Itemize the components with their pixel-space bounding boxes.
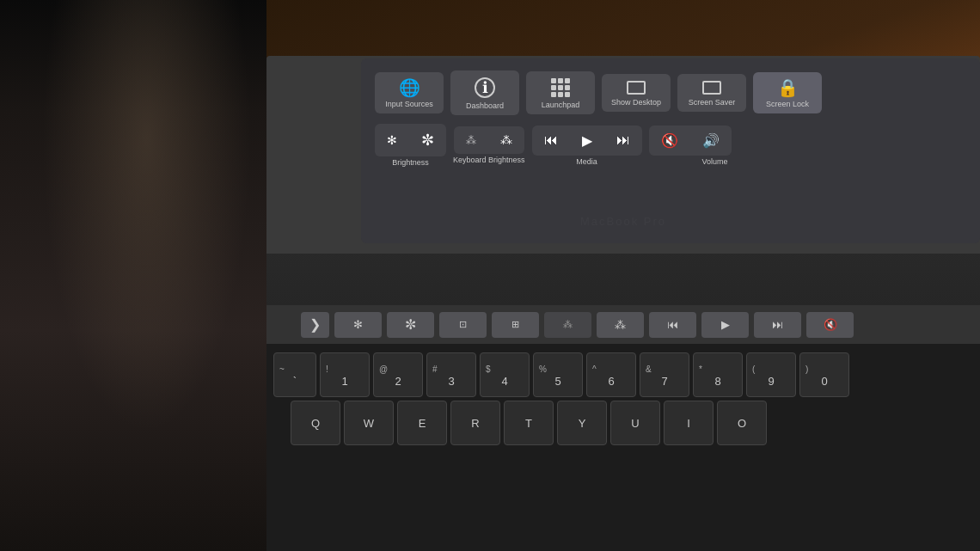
key-r-char: R — [471, 417, 479, 430]
qwerty-row: Q W E R T Y U I O — [273, 401, 973, 445]
mute-button[interactable]: 🔇 — [649, 126, 690, 156]
key-1-top: ! — [321, 362, 328, 374]
keyboard-brightness-up-button[interactable]: ⁂ — [488, 126, 524, 154]
key-t[interactable]: T — [504, 401, 554, 445]
input-sources-label: Input Sources — [385, 100, 433, 108]
key-tilde-top: ~ — [274, 362, 285, 374]
kb-mute-button[interactable]: 🔇 — [806, 312, 854, 338]
media-fastforward-button[interactable]: ⏭ — [604, 126, 642, 156]
input-sources-button[interactable]: 🌐 Input Sources — [375, 72, 444, 113]
keyboard-touchbar-strip: ❯ ✻ ✼ ⊡ ⊞ ⁂ ⁂ ⏮ ▶ ⏭ 🔇 — [266, 305, 980, 344]
key-y[interactable]: Y — [557, 401, 607, 445]
kb-brightness-down-button[interactable]: ✻ — [334, 312, 382, 338]
screen-lock-button[interactable]: 🔒 Screen Lock — [753, 72, 822, 113]
keyboard-brightness-down-button[interactable]: ⁂ — [454, 126, 488, 154]
show-desktop-label: Show Desktop — [611, 98, 661, 107]
key-o-char: O — [738, 417, 746, 430]
key-0[interactable]: ) 0 — [799, 352, 849, 397]
volume-up-icon: 🔊 — [702, 132, 720, 149]
key-r[interactable]: R — [450, 401, 500, 445]
key-8[interactable]: * 8 — [693, 352, 743, 397]
key-e-char: E — [419, 417, 426, 430]
play-icon: ▶ — [582, 132, 592, 149]
mute-icon: 🔇 — [661, 132, 678, 149]
key-4[interactable]: $ 4 — [480, 352, 530, 397]
touchbar-panel: 🌐 Input Sources ℹ Dashboard Launchpad — [361, 58, 980, 243]
key-6-top: ^ — [587, 362, 597, 374]
brightness-down-button[interactable]: ✻ — [375, 124, 409, 156]
brightness-down-icon: ✻ — [387, 133, 397, 147]
keyboard-brightness-label: Keyboard Brightness — [453, 156, 525, 164]
key-i[interactable]: I — [664, 401, 714, 445]
kb-mission-control-button[interactable]: ⊡ — [439, 312, 487, 338]
key-5[interactable]: % 5 — [533, 352, 583, 397]
fastforward-icon: ⏭ — [616, 132, 630, 148]
kb-kbd-brightness-up-button[interactable]: ⁂ — [597, 312, 644, 338]
keyboard-brightness-up-icon: ⁂ — [500, 133, 512, 147]
screen-saver-icon — [702, 81, 721, 95]
screen-saver-button[interactable]: Screen Saver — [677, 74, 746, 112]
key-5-main: 5 — [554, 375, 560, 388]
key-u-char: U — [631, 417, 639, 430]
key-3[interactable]: # 3 — [426, 352, 476, 397]
key-tilde-main: ` — [293, 375, 297, 388]
show-desktop-icon — [627, 81, 646, 95]
volume-up-button[interactable]: 🔊 — [690, 126, 732, 156]
kb-play-button[interactable]: ▶ — [701, 312, 749, 338]
media-play-button[interactable]: ▶ — [570, 126, 604, 156]
kb-kbd-brightness-down-button[interactable]: ⁂ — [544, 312, 591, 338]
person-silhouette — [0, 0, 266, 551]
key-q[interactable]: Q — [291, 401, 340, 445]
brightness-up-icon: ✼ — [421, 131, 434, 150]
key-7-main: 7 — [661, 375, 667, 388]
keyboard-brightness-control: ⁂ ⁂ Keyboard Brightness — [453, 126, 525, 164]
key-4-main: 4 — [501, 375, 507, 388]
touchbar-row-1: 🌐 Input Sources ℹ Dashboard Launchpad — [375, 70, 966, 115]
key-e[interactable]: E — [397, 401, 447, 445]
kb-fastforward-button[interactable]: ⏭ — [754, 312, 801, 338]
brightness-up-button[interactable]: ✼ — [409, 124, 446, 156]
key-w-char: W — [364, 417, 374, 430]
key-t-char: T — [525, 417, 532, 430]
key-7[interactable]: & 7 — [640, 352, 689, 397]
media-buttons: ⏮ ▶ ⏭ — [532, 126, 642, 156]
screen-lock-label: Screen Lock — [766, 100, 809, 108]
key-9-main: 9 — [768, 375, 774, 388]
media-label: Media — [576, 157, 597, 166]
media-control: ⏮ ▶ ⏭ Media — [532, 126, 642, 166]
rewind-icon: ⏮ — [544, 132, 558, 148]
media-rewind-button[interactable]: ⏮ — [532, 126, 570, 156]
key-2-top: @ — [374, 362, 388, 374]
key-6[interactable]: ^ 6 — [586, 352, 636, 397]
kb-launchpad-button[interactable]: ⊞ — [492, 312, 539, 338]
keyboard-brightness-down-icon: ⁂ — [466, 134, 476, 146]
brightness-control: ✻ ✼ Brightness — [375, 124, 446, 167]
dashboard-button[interactable]: ℹ Dashboard — [450, 70, 519, 115]
key-o[interactable]: O — [717, 401, 767, 445]
key-w[interactable]: W — [344, 401, 394, 445]
key-2-main: 2 — [395, 375, 401, 388]
touchbar-chevron-button[interactable]: ❯ — [301, 312, 329, 338]
key-2[interactable]: @ 2 — [373, 352, 423, 397]
show-desktop-button[interactable]: Show Desktop — [602, 74, 671, 112]
key-1[interactable]: ! 1 — [320, 352, 370, 397]
key-9-top: ( — [747, 362, 755, 374]
screen-saver-label: Screen Saver — [689, 98, 736, 107]
key-8-main: 8 — [714, 375, 720, 388]
kb-rewind-button[interactable]: ⏮ — [649, 312, 696, 338]
key-u[interactable]: U — [610, 401, 660, 445]
volume-label: Volume — [702, 157, 732, 166]
key-3-top: # — [427, 362, 438, 374]
number-row: ~ ` ! 1 @ 2 # 3 $ 4 % 5 ^ 6 & 7 — [273, 352, 973, 397]
key-6-main: 6 — [608, 375, 614, 388]
launchpad-icon — [551, 78, 570, 97]
touchbar-row-2: ✻ ✼ Brightness ⁂ ⁂ Keyboard Brightness — [375, 124, 966, 167]
key-9[interactable]: ( 9 — [746, 352, 796, 397]
key-i-char: I — [687, 417, 690, 430]
launchpad-button[interactable]: Launchpad — [526, 71, 595, 114]
key-0-top: ) — [800, 362, 808, 374]
key-tilde[interactable]: ~ ` — [273, 352, 316, 397]
keyboard: ~ ` ! 1 @ 2 # 3 $ 4 % 5 ^ 6 & 7 — [266, 344, 980, 551]
volume-control: 🔇 🔊 Volume — [649, 126, 732, 166]
kb-brightness-up-button[interactable]: ✼ — [387, 312, 434, 338]
